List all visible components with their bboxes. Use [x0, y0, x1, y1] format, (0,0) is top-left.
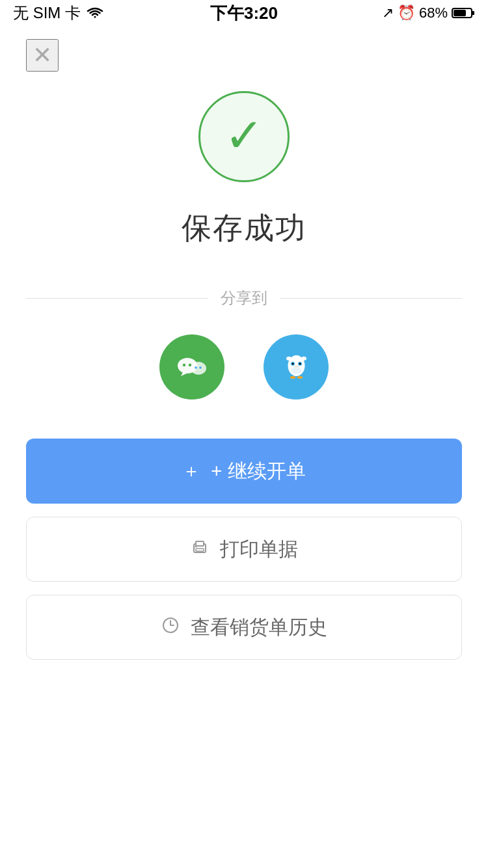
status-bar-left: 无 SIM 卡 — [13, 3, 104, 23]
svg-point-18 — [286, 357, 291, 360]
svg-point-15 — [291, 366, 301, 374]
close-icon: ✕ — [33, 44, 52, 67]
alarm-icon: ⏰ — [398, 5, 415, 21]
print-button[interactable]: 打印单据 — [26, 517, 462, 582]
share-wechat-button[interactable] — [159, 334, 224, 400]
svg-point-17 — [297, 376, 303, 379]
continue-button-label: + 继续开单 — [211, 458, 306, 485]
continue-button[interactable]: ＋ + 继续开单 — [26, 439, 462, 504]
checkmark-icon: ✓ — [224, 112, 264, 159]
wifi-icon — [86, 7, 104, 20]
success-icon-circle: ✓ — [198, 91, 290, 182]
battery-text: 68% — [419, 5, 448, 21]
status-bar: 无 SIM 卡 下午3:20 ↗ ⏰ 68% — [0, 0, 488, 26]
history-icon — [161, 616, 180, 640]
action-buttons: ＋ + 继续开单 打印单据 查看销货单历史 — [26, 439, 462, 660]
battery-icon — [452, 7, 475, 20]
svg-point-19 — [301, 357, 306, 360]
history-button[interactable]: 查看销货单历史 — [26, 595, 462, 660]
svg-point-7 — [195, 366, 197, 369]
svg-point-13 — [299, 362, 301, 364]
status-bar-right: ↗ ⏰ 68% — [382, 5, 475, 21]
qq-icon — [278, 349, 314, 385]
svg-point-8 — [199, 366, 202, 369]
plus-icon: ＋ — [182, 459, 200, 483]
success-title: 保存成功 — [182, 208, 306, 249]
svg-rect-22 — [196, 549, 204, 551]
svg-point-6 — [189, 364, 191, 366]
svg-rect-2 — [454, 10, 466, 16]
main-content: ✕ ✓ 保存成功 分享到 — [0, 26, 488, 686]
carrier-text: 无 SIM 卡 — [13, 3, 81, 23]
history-button-label: 查看销货单历史 — [191, 614, 327, 641]
svg-point-12 — [291, 362, 293, 364]
print-button-label: 打印单据 — [220, 536, 298, 563]
print-icon — [190, 537, 210, 562]
close-button[interactable]: ✕ — [26, 39, 59, 72]
share-qq-button[interactable] — [264, 334, 329, 400]
svg-point-16 — [290, 376, 295, 379]
wechat-icon — [172, 347, 211, 387]
share-section: 分享到 — [26, 288, 462, 400]
share-divider: 分享到 — [26, 288, 462, 308]
share-icons-row — [26, 334, 462, 400]
location-icon: ↗ — [382, 5, 394, 21]
svg-point-5 — [183, 364, 185, 366]
svg-point-4 — [191, 362, 206, 375]
svg-point-23 — [195, 545, 197, 547]
status-bar-time: 下午3:20 — [210, 2, 278, 25]
share-label: 分享到 — [221, 288, 267, 308]
svg-rect-1 — [472, 11, 474, 15]
svg-rect-21 — [196, 541, 204, 546]
